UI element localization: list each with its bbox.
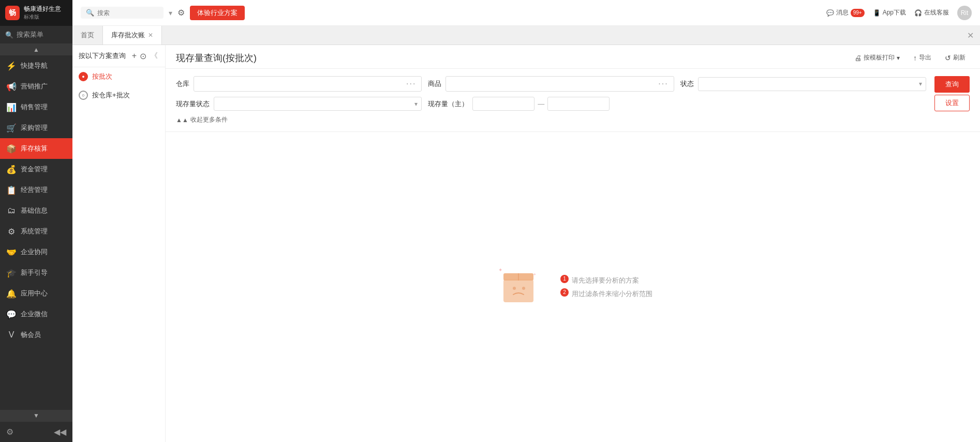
collapse-more-btn[interactable]: ▲▲ 收起更多条件	[176, 115, 970, 124]
empty-illustration: ✦ ✦	[493, 261, 545, 313]
stock-qty-max-input[interactable]	[547, 97, 610, 111]
query-button[interactable]: 查询	[934, 76, 970, 93]
svg-rect-0	[503, 279, 533, 302]
collapse-up-icon: ▲▲	[176, 116, 188, 124]
tab-home[interactable]: 首页	[72, 26, 103, 45]
operation-icon: 📋	[6, 185, 17, 195]
scroll-up-btn[interactable]: ▲	[0, 44, 72, 55]
online-service-label: 在线客服	[924, 8, 949, 17]
user-profile-btn[interactable]: Rit	[957, 6, 972, 20]
filter-row-2: 现存量状态 有库存 无库存 现存量（主）	[176, 97, 926, 111]
product-dots: ···	[658, 79, 668, 89]
topbar-search-input[interactable]	[97, 9, 158, 17]
sidebar-item-quicknav[interactable]: ⚡ 快捷导航	[0, 55, 72, 76]
sidebar-search[interactable]: 🔍 搜索菜单	[0, 26, 72, 44]
sidebar-item-inventory[interactable]: 📦 库存核算	[0, 138, 72, 159]
sidebar-item-operation[interactable]: 📋 经营管理	[0, 180, 72, 200]
tab-close-icon[interactable]: ✕	[148, 32, 153, 39]
system-icon: ⚙	[6, 226, 17, 237]
product-input[interactable]: ···	[446, 76, 674, 92]
collapse-scheme-btn[interactable]: 《	[150, 50, 159, 62]
logo-text: 畅	[9, 8, 16, 18]
add-scheme-btn[interactable]: +	[132, 51, 137, 61]
sidebar-item-label: 基础信息	[21, 206, 48, 215]
page-header: 现存量查询(按批次) 🖨 按模板打印 ▾ ↑ 导出 ↺ 刷新	[166, 45, 980, 69]
online-service-btn[interactable]: 🎧 在线客服	[914, 8, 949, 17]
print-dropdown-icon[interactable]: ▾	[897, 54, 900, 62]
tab-inventory-batch[interactable]: 库存批次账 ✕	[103, 26, 162, 45]
avatar: Rit	[957, 6, 972, 20]
collapse-sidebar-btn[interactable]: ◀◀	[54, 427, 66, 437]
vip-icon: V	[6, 330, 17, 340]
sidebar-item-vip[interactable]: V 畅会员	[0, 325, 72, 345]
user-name: Rit	[961, 9, 969, 17]
filter-stock-qty-group: 现存量（主） —	[428, 97, 674, 111]
enterprise-icon: 🤝	[6, 247, 17, 257]
app-title: 畅康通好生意	[24, 5, 61, 13]
topbar-search-icon: 🔍	[86, 9, 94, 17]
sidebar-item-basic[interactable]: 🗂 基础信息	[0, 200, 72, 221]
status-select[interactable]: 启用 禁用	[698, 77, 926, 91]
app-download-btn[interactable]: 📱 App下载	[873, 8, 906, 17]
scheme-panel: 按以下方案查询 + ⊙ 《 ● 按批次 ○ 按仓库+批次	[72, 45, 166, 442]
app-subtitle: 标准版	[24, 13, 61, 21]
filter-stock-status-group: 现存量状态 有库存 无库存	[176, 97, 422, 111]
settings-scheme-btn[interactable]: ⊙	[140, 51, 146, 61]
sidebar-item-system[interactable]: ⚙ 系统管理	[0, 221, 72, 242]
sidebar-item-appcenter[interactable]: 🔔 应用中心	[0, 283, 72, 304]
step2-text: 用过滤条件来缩小分析范围	[572, 287, 652, 301]
messages-label: 消息	[836, 8, 849, 17]
refresh-icon: ↺	[945, 54, 951, 62]
scheme-item-warehouse-batch[interactable]: ○ 按仓库+批次	[72, 86, 165, 105]
topbar-gear-icon[interactable]: ⚙	[177, 8, 185, 18]
export-btn[interactable]: ↑ 导出	[909, 51, 936, 64]
sales-icon: 📊	[6, 102, 17, 112]
sidebar-footer: ⚙ ◀◀	[0, 421, 72, 442]
print-icon: 🖨	[854, 54, 862, 62]
filter-warehouse-group: 仓库 ···	[176, 76, 422, 92]
topbar-dropdown-icon[interactable]: ▾	[169, 9, 172, 17]
topbar-search-box[interactable]: 🔍	[81, 7, 164, 19]
sidebar-item-purchase[interactable]: 🛒 采购管理	[0, 117, 72, 138]
messages-btn[interactable]: 💬 消息 99+	[826, 8, 865, 17]
sidebar-item-finance[interactable]: 💰 资金管理	[0, 159, 72, 180]
sidebar-item-enterprise[interactable]: 🤝 企业协同	[0, 242, 72, 262]
action-buttons: 查询 设置	[934, 76, 970, 111]
sidebar-item-marketing[interactable]: 📢 营销推广	[0, 76, 72, 97]
warehouse-input[interactable]: ···	[194, 76, 422, 92]
sidebar-item-newuser[interactable]: 🎓 新手引导	[0, 262, 72, 283]
main-panel: 现存量查询(按批次) 🖨 按模板打印 ▾ ↑ 导出 ↺ 刷新	[166, 45, 980, 442]
sidebar-item-sales[interactable]: 📊 销售管理	[0, 97, 72, 117]
page-title: 现存量查询(按批次)	[176, 52, 257, 64]
scheme-list: ● 按批次 ○ 按仓库+批次	[72, 67, 165, 442]
headset-icon: 🎧	[914, 9, 922, 17]
tab-home-label: 首页	[81, 31, 94, 40]
quicknav-icon: ⚡	[6, 61, 17, 71]
empty-step2: 2 用过滤条件来缩小分析范围	[560, 287, 652, 301]
scheme-inactive-icon: ○	[79, 91, 88, 100]
empty-text: 1 请先选择要分析的方案 2 用过滤条件来缩小分析范围	[560, 274, 652, 301]
scheme-item-batch[interactable]: ● 按批次	[72, 67, 165, 86]
scroll-down-btn[interactable]: ▼	[0, 410, 72, 421]
sidebar-item-wechat[interactable]: 💬 企业微信	[0, 304, 72, 325]
marketing-icon: 📢	[6, 81, 17, 92]
trial-button[interactable]: 体验行业方案	[190, 6, 245, 20]
sidebar-item-label: 系统管理	[21, 227, 48, 236]
settings-footer-btn[interactable]: ⚙	[6, 427, 13, 437]
app-logo: 畅	[5, 6, 20, 20]
close-all-tabs-btn[interactable]: ✕	[961, 26, 980, 45]
purchase-icon: 🛒	[6, 123, 17, 133]
refresh-btn[interactable]: ↺ 刷新	[941, 51, 970, 64]
stock-status-select[interactable]: 有库存 无库存	[214, 97, 422, 111]
topbar-right: 💬 消息 99+ 📱 App下载 🎧 在线客服 Rit	[826, 6, 972, 20]
topbar-left: 🔍 ▾ ⚙ 体验行业方案	[81, 6, 245, 20]
set-button[interactable]: 设置	[934, 95, 970, 111]
inventory-icon: 📦	[6, 143, 17, 154]
step1-num: 1	[560, 275, 569, 283]
stock-qty-min-input[interactable]	[472, 97, 534, 111]
sidebar-header: 畅 畅康通好生意 标准版	[0, 0, 72, 26]
sidebar-item-label: 快捷导航	[21, 61, 48, 70]
scheme-active-icon: ●	[79, 72, 88, 81]
scheme-panel-header: 按以下方案查询 + ⊙ 《	[72, 45, 165, 67]
print-template-btn[interactable]: 🖨 按模板打印 ▾	[850, 51, 904, 64]
